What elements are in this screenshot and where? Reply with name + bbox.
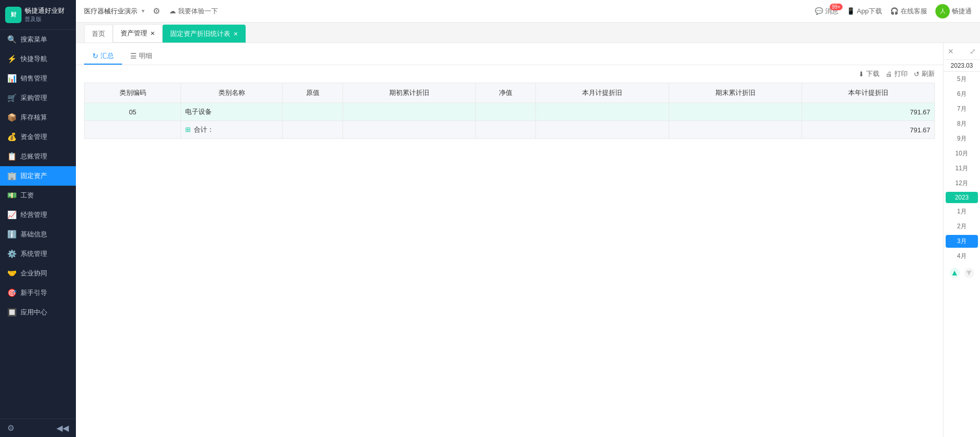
total-net-value <box>475 121 535 139</box>
date-item-year-2023[interactable]: 2023 <box>946 192 978 203</box>
sidebar-item-sales[interactable]: 📊 销售管理 <box>0 69 76 88</box>
fixed-assets-icon: 🏢 <box>7 171 16 181</box>
sidebar-item-fixed-assets[interactable]: 🏢 固定资产 <box>0 166 76 186</box>
message-button[interactable]: 💬 消息 99+ <box>815 7 838 16</box>
company-name: 医疗器械行业演示 <box>84 7 137 16</box>
sidebar-item-enterprise[interactable]: 🤝 企业协同 <box>0 264 76 283</box>
tab-depreciation[interactable]: 固定资产折旧统计表 ✕ <box>163 25 246 43</box>
system-icon: ⚙️ <box>7 249 16 259</box>
date-panel-controls: ▲ ▼ <box>944 264 980 282</box>
avatar: 人 <box>935 4 950 18</box>
sidebar-item-ledger[interactable]: 📋 总账管理 <box>0 147 76 166</box>
company-selector[interactable]: 医疗器械行业演示 ▼ <box>84 7 146 16</box>
headset-icon: 🎧 <box>890 7 898 15</box>
table-toolbar: ⬇ 下载 🖨 打印 ↺ 刷新 <box>76 65 943 83</box>
col-beginning-accum: 期初累计折旧 <box>343 83 475 103</box>
date-item-12m[interactable]: 12月 <box>944 176 980 191</box>
purchase-icon: 🛒 <box>7 93 16 103</box>
sidebar-item-payroll[interactable]: 💵 工资 <box>0 186 76 205</box>
depreciation-table-wrap: 类别编码 类别名称 原值 期初累计折旧 净值 本月计提折旧 期末累计折旧 本年计… <box>76 83 943 437</box>
sidebar-item-search[interactable]: 🔍 搜索菜单 <box>0 30 76 49</box>
date-item-6m[interactable]: 6月 <box>944 87 980 102</box>
date-item-4m[interactable]: 4月 <box>944 249 980 264</box>
quick-nav-icon: ⚡ <box>7 54 16 64</box>
sub-tab-detail[interactable]: ☰ 明细 <box>122 48 161 65</box>
row-monthly-depr <box>536 103 669 121</box>
date-item-2m[interactable]: 2月 <box>944 219 980 234</box>
online-service-button[interactable]: 🎧 在线客服 <box>890 7 927 16</box>
user-profile[interactable]: 人 畅捷通 <box>935 4 972 18</box>
row-name: 电子设备 <box>181 103 283 121</box>
guide-icon: 🎯 <box>7 288 16 297</box>
date-item-1m[interactable]: 1月 <box>944 204 980 219</box>
refresh-icon: ↺ <box>914 70 919 78</box>
col-original: 原值 <box>283 83 343 103</box>
experience-button[interactable]: ☁ 我要体验一下 <box>169 7 218 16</box>
sidebar-item-app-center[interactable]: 🔲 应用中心 <box>0 303 76 322</box>
app-download-button[interactable]: 📱 App下载 <box>847 7 882 16</box>
refresh-button[interactable]: ↺ 刷新 <box>914 69 935 78</box>
sub-tab-summary[interactable]: ↻ 汇总 <box>84 48 122 65</box>
total-annual-depr: 791.67 <box>802 121 934 139</box>
total-expand-icon: ⊞ <box>185 126 191 133</box>
table-row: 05 电子设备 791.67 <box>85 103 935 121</box>
sidebar-item-inventory[interactable]: 📦 库存核算 <box>0 108 76 127</box>
sub-tabs: ↻ 汇总 ☰ 明细 <box>76 43 943 65</box>
tab-close-asset-manage[interactable]: ✕ <box>150 30 155 37</box>
date-item-5m[interactable]: 5月 <box>944 72 980 87</box>
print-icon: 🖨 <box>886 70 892 78</box>
sidebar-item-purchase[interactable]: 🛒 采购管理 <box>0 88 76 108</box>
tab-close-depreciation[interactable]: ✕ <box>233 31 238 37</box>
date-item-8m[interactable]: 8月 <box>944 116 980 131</box>
table-header-row: 类别编码 类别名称 原值 期初累计折旧 净值 本月计提折旧 期末累计折旧 本年计… <box>85 83 935 103</box>
app-center-icon: 🔲 <box>7 308 16 317</box>
row-net-value <box>475 103 535 121</box>
print-button[interactable]: 🖨 打印 <box>886 69 908 78</box>
content-area: ↻ 汇总 ☰ 明细 ⬇ 下载 🖨 打印 ↺ <box>76 43 980 437</box>
depreciation-table: 类别编码 类别名称 原值 期初累计折旧 净值 本月计提折旧 期末累计折旧 本年计… <box>84 83 935 139</box>
download-icon: ⬇ <box>858 70 864 78</box>
sidebar-item-guide[interactable]: 🎯 新手引导 <box>0 283 76 303</box>
sidebar-item-basic-info[interactable]: ℹ️ 基础信息 <box>0 225 76 244</box>
summary-icon: ↻ <box>92 52 98 60</box>
tab-asset-manage[interactable]: 资产管理 ✕ <box>113 24 163 43</box>
header-right: 💬 消息 99+ 📱 App下载 🎧 在线客服 人 畅捷通 <box>815 4 972 18</box>
date-next-icon[interactable]: ▼ <box>964 268 974 278</box>
sidebar-item-operations[interactable]: 📈 经营管理 <box>0 205 76 225</box>
sidebar-item-quick-nav[interactable]: ⚡ 快捷导航 <box>0 49 76 69</box>
row-annual-depr: 791.67 <box>802 103 934 121</box>
ledger-icon: 📋 <box>7 152 16 161</box>
col-code: 类别编码 <box>85 83 181 103</box>
date-item-3m[interactable]: 3月 <box>946 235 978 248</box>
row-beginning-accum <box>343 103 475 121</box>
date-panel-expand-icon[interactable]: ⤢ <box>970 47 976 55</box>
col-name: 类别名称 <box>181 83 283 103</box>
sales-icon: 📊 <box>7 74 16 83</box>
date-item-10m[interactable]: 10月 <box>944 146 980 161</box>
date-item-7m[interactable]: 7月 <box>944 102 980 116</box>
total-beginning-accum <box>343 121 475 139</box>
sidebar-nav: ⚡ 快捷导航 📊 销售管理 🛒 采购管理 📦 库存核算 💰 资金管理 📋 总账管… <box>0 49 76 419</box>
total-original <box>283 121 343 139</box>
row-original <box>283 103 343 121</box>
date-panel-close-icon[interactable]: ✕ <box>948 47 954 55</box>
total-monthly-depr <box>536 121 669 139</box>
date-item-9m[interactable]: 9月 <box>944 131 980 146</box>
tab-home[interactable]: 首页 <box>84 25 113 43</box>
settings-bottom-icon[interactable]: ⚙ <box>7 423 14 433</box>
total-empty-code <box>85 121 181 139</box>
sidebar-item-system[interactable]: ⚙️ 系统管理 <box>0 244 76 264</box>
download-button[interactable]: ⬇ 下载 <box>858 69 879 78</box>
row-code: 05 <box>85 103 181 121</box>
finance-icon: 💰 <box>7 132 16 142</box>
date-item-11m[interactable]: 11月 <box>944 161 980 176</box>
date-prev-icon[interactable]: ▲ <box>950 268 960 278</box>
tabs-bar: 首页 资产管理 ✕ 固定资产折旧统计表 ✕ <box>76 23 980 43</box>
sidebar-item-finance[interactable]: 💰 资金管理 <box>0 127 76 147</box>
operations-icon: 📈 <box>7 210 16 220</box>
enterprise-icon: 🤝 <box>7 269 16 278</box>
date-panel: ✕ ⤢ 2023.03 5月 6月 7月 8月 9月 10月 11月 12月 2… <box>943 43 980 437</box>
collapse-icon[interactable]: ◀◀ <box>56 423 69 433</box>
header-settings-icon[interactable]: ⚙ <box>153 6 160 16</box>
total-ending-accum <box>669 121 802 139</box>
